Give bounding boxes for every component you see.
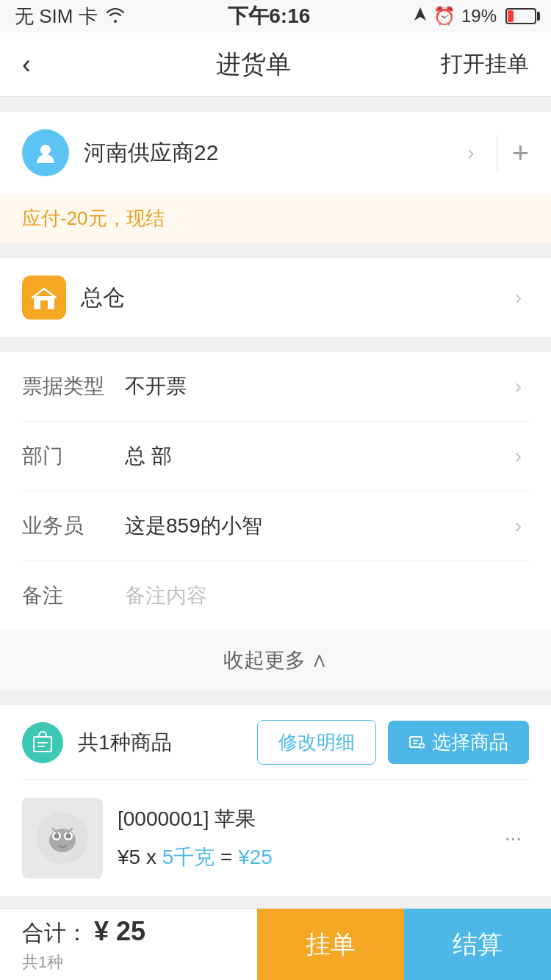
invoice-value: 不开票 [110, 372, 515, 400]
warehouse-chevron-icon: › [515, 286, 522, 309]
warehouse-icon [22, 275, 66, 320]
department-row[interactable]: 部门 总 部 › [0, 422, 551, 491]
warehouse-row[interactable]: 总仓 › [0, 258, 551, 337]
select-product-button[interactable]: 选择商品 [388, 721, 529, 764]
carrier-label: 无 SIM 卡 [15, 4, 98, 29]
add-button[interactable]: + [512, 137, 529, 170]
supplier-avatar [22, 129, 69, 176]
product-header: 共1种商品 修改明细 选择商品 [0, 705, 551, 779]
product-item: [0000001] 苹果 ¥5 x 5千克 = ¥25 ··· [0, 780, 551, 896]
battery-icon [505, 8, 536, 24]
product-more-button[interactable]: ··· [497, 819, 529, 857]
gap-2 [0, 243, 551, 258]
remark-label: 备注 [22, 582, 110, 610]
supplier-chevron-icon: › [467, 141, 474, 165]
checkout-button[interactable]: 结算 [404, 909, 551, 981]
status-left: 无 SIM 卡 [15, 4, 126, 29]
product-title: 苹果 [215, 807, 256, 830]
svg-rect-2 [40, 300, 48, 309]
warehouse-section: 总仓 › [0, 258, 551, 337]
gap-4 [0, 691, 551, 705]
svg-rect-3 [34, 737, 51, 752]
total-label-text: 合计： [22, 918, 88, 948]
product-code: [0000001] [118, 807, 209, 830]
alert-banner: 应付-20元，现结 [0, 194, 551, 243]
supplier-section: 河南供应商22 › + 应付-20元，现结 [0, 112, 551, 243]
department-value: 总 部 [110, 442, 515, 470]
invoice-row[interactable]: 票据类型 不开票 › [0, 352, 551, 421]
collapse-button[interactable]: 收起更多 ∧ [0, 630, 551, 691]
salesman-row[interactable]: 业务员 这是859的小智 › [0, 491, 551, 561]
department-label: 部门 [22, 442, 110, 470]
supplier-name: 河南供应商22 [84, 138, 467, 168]
product-info: [0000001] 苹果 ¥5 x 5千克 = ¥25 [118, 805, 497, 871]
total-section: 合计： ¥ 25 共1种 [0, 916, 257, 973]
nav-bar: ‹ 进货单 打开挂单 [0, 32, 551, 97]
product-count-text: 共1种商品 [78, 729, 257, 757]
product-name: [0000001] 苹果 [118, 805, 497, 833]
equals-symbol: = [220, 846, 238, 868]
warehouse-name: 总仓 [81, 283, 515, 313]
svg-point-10 [54, 834, 60, 839]
product-thumbnail [22, 798, 103, 879]
page-title: 进货单 [216, 48, 291, 82]
bottom-bar: 合计： ¥ 25 共1种 挂单 结算 [0, 908, 551, 980]
unit-price: ¥5 [118, 846, 140, 868]
svg-point-0 [40, 145, 51, 155]
form-section: 票据类型 不开票 › 部门 总 部 › 业务员 这是859的小智 › 备注 备注… [0, 352, 551, 630]
remark-input[interactable]: 备注内容 [110, 582, 529, 610]
edit-detail-button[interactable]: 修改明细 [257, 720, 376, 765]
total-sub: 共1种 [22, 951, 235, 973]
alarm-icon: ⏰ [433, 6, 455, 26]
remark-row[interactable]: 备注 备注内容 [0, 561, 551, 630]
invoice-label: 票据类型 [22, 372, 110, 400]
quantity: 5千克 [162, 846, 215, 868]
back-button[interactable]: ‹ [22, 49, 66, 80]
item-total: ¥25 [238, 846, 273, 868]
wifi-icon [105, 5, 126, 28]
salesman-label: 业务员 [22, 512, 110, 540]
select-product-label: 选择商品 [432, 729, 508, 755]
supplier-row[interactable]: 河南供应商22 › + [0, 112, 551, 194]
salesman-chevron-icon: › [515, 514, 522, 538]
battery-percent: 19% [461, 6, 497, 26]
product-section: 共1种商品 修改明细 选择商品 [0, 705, 551, 896]
status-bar: 无 SIM 卡 下午6:16 ⏰ 19% [0, 0, 551, 32]
supplier-divider [497, 134, 497, 171]
salesman-value: 这是859的小智 [110, 512, 515, 540]
total-label: 合计： ¥ 25 [22, 916, 235, 948]
gap-3 [0, 337, 551, 352]
svg-point-11 [66, 834, 71, 839]
total-amount: ¥ 25 [94, 916, 145, 947]
status-right: ⏰ 19% [413, 6, 536, 26]
product-count-icon [22, 722, 63, 763]
gap-1 [0, 97, 551, 112]
multiply-symbol: x [146, 846, 162, 868]
invoice-chevron-icon: › [515, 375, 522, 398]
status-time: 下午6:16 [228, 2, 310, 30]
product-price: ¥5 x 5千克 = ¥25 [118, 843, 497, 871]
department-chevron-icon: › [515, 444, 522, 468]
location-icon [413, 6, 428, 26]
open-hang-button[interactable]: 打开挂单 [441, 49, 529, 79]
hang-button[interactable]: 挂单 [257, 909, 404, 981]
svg-point-7 [49, 829, 76, 852]
